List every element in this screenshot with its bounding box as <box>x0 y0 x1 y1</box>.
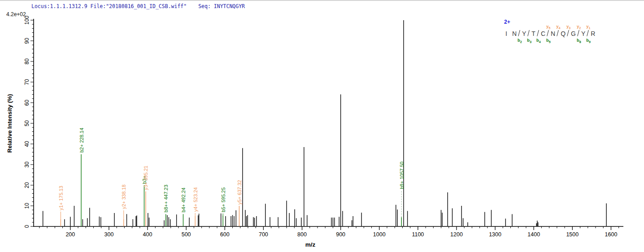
y-ion-label: y5 <box>546 24 550 30</box>
fragment-annotation: y2+ 338.18 <box>121 185 126 209</box>
fragmentation-site: b4 <box>536 24 540 43</box>
cleavage-slash-icon <box>587 30 589 36</box>
y-ion-label: y3 <box>566 24 570 30</box>
b-ion-label: b3 <box>527 38 531 43</box>
fragmentation-site: b3 <box>527 24 531 43</box>
residue: Y <box>581 25 586 43</box>
y-tick-label: 0 <box>24 225 30 228</box>
b-ion-label: b2 <box>518 38 522 43</box>
residue: G <box>570 25 576 43</box>
peptide-fragment-panel: 2+ INb2Yb3Tb4Cy5b5Ny4Qy3Gy2b8Yy1b9R <box>505 18 596 43</box>
x-tick-label: 200 <box>65 231 75 238</box>
y-axis-title: Relative Intensity (%) <box>6 94 13 153</box>
x-axis-title: m/z <box>305 241 316 248</box>
fragment-annotation: b4+ 492.24 <box>181 187 186 212</box>
fragment-annotation: y3+ 395.21 <box>143 165 148 190</box>
x-tick-label: 1200 <box>450 231 463 238</box>
fragmentation-site: y3 <box>566 24 570 43</box>
x-tick-label: 700 <box>259 231 268 238</box>
cleavage-slash-icon <box>528 30 530 36</box>
residue: T <box>531 25 536 43</box>
fragment-annotation: y4+ 523.24 <box>193 187 198 212</box>
fragmentation-site: y5b5 <box>546 24 550 43</box>
y-ion-label: y2 <box>577 24 581 30</box>
fragment-annotation: y1+ 175.13 <box>58 186 64 210</box>
fragmentation-site: y1b9 <box>586 24 590 43</box>
y-tick-label: 30 <box>24 161 30 168</box>
cleavage-slash-icon <box>557 30 559 36</box>
x-tick-label: 1600 <box>605 231 618 238</box>
residue: R <box>590 25 596 43</box>
cleavage-slash-icon <box>537 30 539 36</box>
y-ion-label: y1 <box>586 24 590 30</box>
x-tick-label: 1500 <box>566 231 579 238</box>
x-tick-label: 900 <box>336 231 345 238</box>
fragment-annotation: b9+ 1057.50 <box>399 161 405 189</box>
y-tick-label: 60 <box>24 100 30 106</box>
x-tick-label: 400 <box>143 231 152 238</box>
fragment-annotation: y5+ 637.32 <box>237 180 242 204</box>
residue: N <box>512 25 517 43</box>
cleavage-slash-icon <box>518 30 520 36</box>
x-tick-label: 1100 <box>412 231 424 238</box>
y-tick-label: 40 <box>24 141 30 147</box>
fragment-annotation: b5+ 595.25 <box>221 187 226 212</box>
b-ion-label: b5 <box>546 38 551 43</box>
precursor-charge: 2+ <box>504 19 510 25</box>
residue: N <box>550 25 556 43</box>
y-tick-label: 20 <box>24 182 30 188</box>
x-tick-label: 1000 <box>373 231 386 238</box>
y-tick-label: 70 <box>24 79 30 85</box>
x-tick-label: 1400 <box>527 231 540 238</box>
y-ion-label: y4 <box>556 24 560 30</box>
x-tick-label: 800 <box>297 231 307 238</box>
x-tick-label: 300 <box>104 231 113 238</box>
x-tick-label: 600 <box>220 231 230 238</box>
fragment-annotation: b8++ 447.23 <box>163 185 169 213</box>
y-tick-label: 10 <box>24 203 30 209</box>
peptide-sequence: INb2Yb3Tb4Cy5b5Ny4Qy3Gy2b8Yy1b9R <box>505 18 596 43</box>
cleavage-slash-icon <box>547 30 549 36</box>
fragmentation-site: y2b8 <box>576 24 581 43</box>
x-tick-label: 1300 <box>489 231 501 238</box>
residue-spacer <box>508 24 512 43</box>
b-ion-label: b8 <box>577 38 581 43</box>
b-ion-label: b9 <box>586 38 591 43</box>
residue: Y <box>522 25 527 43</box>
y-tick-label: 100 <box>24 16 30 25</box>
fragment-annotation: b2+ 228.14 <box>79 128 84 152</box>
x-tick-label: 500 <box>182 231 191 238</box>
cleavage-slash-icon <box>567 30 569 36</box>
residue: C <box>540 25 546 43</box>
y-tick-label: 80 <box>24 58 30 65</box>
y-tick-label: 90 <box>24 38 30 44</box>
residue: Q <box>560 25 566 43</box>
fragmentation-site: b2 <box>517 24 522 43</box>
b-ion-label: b4 <box>536 38 541 43</box>
cleavage-slash-icon <box>577 30 579 36</box>
fragmentation-site: y4 <box>556 24 560 43</box>
y-tick-label: 50 <box>24 120 30 126</box>
